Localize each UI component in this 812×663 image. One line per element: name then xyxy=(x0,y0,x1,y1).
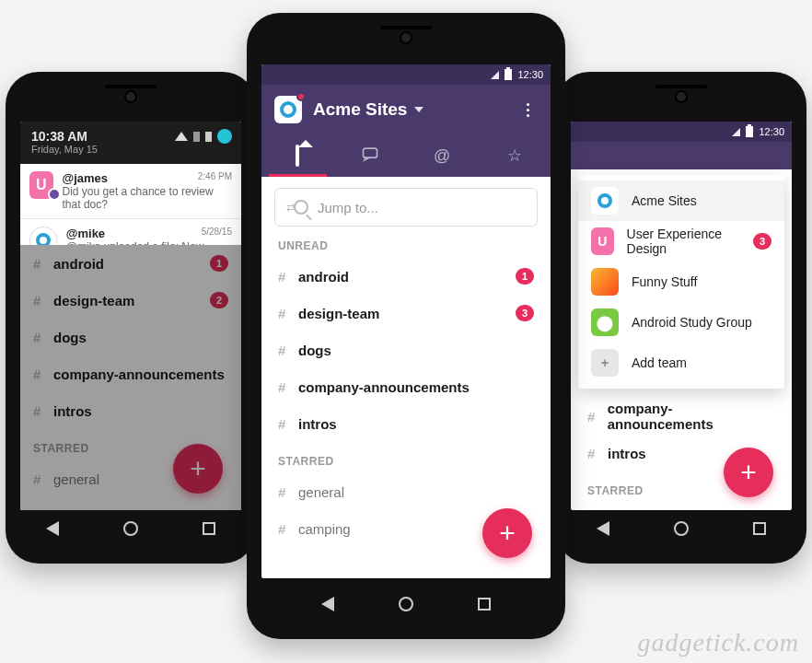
channel-name: camping xyxy=(298,521,351,537)
channel-name: general xyxy=(53,471,99,487)
unread-badge: 1 xyxy=(210,255,228,272)
phone-right: 12:30 Acme Sites U User Experience Desig… xyxy=(556,72,806,564)
status-icons xyxy=(175,129,232,144)
hash-icon: # xyxy=(587,446,600,461)
svg-rect-2 xyxy=(363,148,377,157)
signal-icon xyxy=(491,71,499,79)
date-text: Friday, May 15 xyxy=(31,144,230,155)
hash-icon: # xyxy=(278,484,291,500)
workspace-name: Add team xyxy=(632,355,687,370)
jump-to-input[interactable]: ⇄ Jump to... xyxy=(274,188,538,227)
screen-right: 12:30 Acme Sites U User Experience Desig… xyxy=(571,122,792,510)
battery-icon xyxy=(746,126,753,137)
channel-row[interactable]: #dogs xyxy=(33,319,228,355)
at-icon: @ xyxy=(434,146,450,166)
workspace-item[interactable]: Funny Stuff xyxy=(578,262,784,302)
workspace-name: User Experience Design xyxy=(627,227,740,256)
workspace-item[interactable]: Acme Sites xyxy=(578,180,784,221)
channel-name: general xyxy=(298,484,344,500)
workspace-name: Funny Stuff xyxy=(632,274,697,289)
section-header: UNREAD xyxy=(278,239,534,252)
hash-icon: # xyxy=(33,293,46,308)
hash-icon: # xyxy=(587,409,600,425)
clock-text: 12:30 xyxy=(517,69,543,80)
signal-icon xyxy=(732,128,740,136)
add-team-item[interactable]: + Add team xyxy=(578,343,784,383)
jump-placeholder: Jump to... xyxy=(318,200,378,215)
compose-fab[interactable]: + xyxy=(482,508,532,558)
home-button[interactable] xyxy=(674,521,689,536)
workspace-item[interactable]: ⬤ Android Study Group xyxy=(578,302,784,343)
tab-dms[interactable] xyxy=(334,134,407,177)
compose-fab[interactable]: + xyxy=(173,444,223,494)
back-button[interactable] xyxy=(597,521,609,536)
channel-row[interactable]: #intros xyxy=(33,392,228,429)
screen-left: 10:38 AM Friday, May 15 U @james Did you… xyxy=(20,122,241,510)
workspace-avatar-icon: U xyxy=(591,227,614,255)
battery-icon xyxy=(193,132,200,142)
tab-mentions[interactable]: @ xyxy=(406,134,479,177)
compose-fab[interactable]: + xyxy=(724,448,773,497)
channel-row[interactable]: #company-announcements xyxy=(587,398,775,435)
channel-name: intros xyxy=(53,403,92,419)
svg-point-0 xyxy=(490,103,501,114)
user-avatar-icon[interactable] xyxy=(217,129,232,144)
channel-name: intros xyxy=(608,446,646,461)
android-navbar xyxy=(6,512,256,545)
channel-row[interactable]: #intros xyxy=(278,405,534,442)
workspace-avatar-icon: ⬤ xyxy=(591,308,619,336)
hash-icon: # xyxy=(33,330,46,345)
unread-badge: 3 xyxy=(516,305,534,321)
workspace-item[interactable]: U User Experience Design 3 xyxy=(578,221,784,262)
notification-card[interactable]: U @james Did you get a chance to review … xyxy=(20,164,241,219)
workspace-switcher-button[interactable] xyxy=(274,96,302,123)
channel-row[interactable]: #dogs xyxy=(278,332,534,368)
channel-row[interactable]: #design-team2 xyxy=(33,282,228,319)
workspace-name: Android Study Group xyxy=(632,315,752,330)
caret-down-icon xyxy=(414,107,423,112)
tab-home[interactable] xyxy=(261,134,334,177)
tab-starred[interactable]: ☆ xyxy=(479,134,551,177)
channel-row[interactable]: #android1 xyxy=(278,258,534,295)
channel-row[interactable]: #camping xyxy=(33,497,228,510)
channel-row[interactable]: #company-announcements xyxy=(278,368,534,405)
unread-badge: 1 xyxy=(516,268,534,285)
more-vert-icon xyxy=(527,103,529,117)
hash-icon: # xyxy=(278,521,291,537)
search-button[interactable] xyxy=(486,99,506,120)
home-icon xyxy=(296,145,299,167)
channel-row[interactable]: #android1 xyxy=(33,245,228,282)
recents-button[interactable] xyxy=(478,598,491,611)
channel-name: company-announcements xyxy=(53,366,225,382)
status-bar: 12:30 xyxy=(571,122,792,142)
recents-button[interactable] xyxy=(753,522,766,535)
message-icon xyxy=(361,145,379,168)
workspace-title-button[interactable]: Acme Sites xyxy=(313,99,475,120)
home-button[interactable] xyxy=(399,597,413,611)
channel-name: company-announcements xyxy=(608,401,775,432)
back-button[interactable] xyxy=(321,597,334,611)
workspace-title: Acme Sites xyxy=(313,99,407,120)
stage: 10:38 AM Friday, May 15 U @james Did you… xyxy=(0,0,812,663)
notification-message: Did you get a chance to review that doc? xyxy=(63,185,232,211)
clock-text: 12:30 xyxy=(759,126,784,137)
recents-button[interactable] xyxy=(203,522,215,535)
workspace-name: Acme Sites xyxy=(632,193,697,208)
hash-icon: # xyxy=(33,403,46,419)
channel-list-dimmed: #android1 #design-team2 #dogs #company-a… xyxy=(20,245,241,510)
back-button[interactable] xyxy=(46,521,59,536)
channel-name: design-team xyxy=(298,306,379,321)
channel-row[interactable]: #general xyxy=(278,473,534,510)
screen-center: 12:30 Acme Sites xyxy=(261,64,551,578)
channel-name: intros xyxy=(298,416,337,432)
app-badge-icon xyxy=(48,188,61,201)
app-header xyxy=(571,142,792,169)
channel-row[interactable]: #company-announcements xyxy=(33,355,228,392)
hash-icon: # xyxy=(33,471,46,487)
home-button[interactable] xyxy=(123,521,138,536)
channel-row[interactable]: #general xyxy=(587,503,775,510)
plus-icon: + xyxy=(591,349,619,377)
overflow-menu-button[interactable] xyxy=(517,99,538,120)
hash-icon: # xyxy=(278,379,291,395)
channel-row[interactable]: #design-team3 xyxy=(278,295,534,332)
